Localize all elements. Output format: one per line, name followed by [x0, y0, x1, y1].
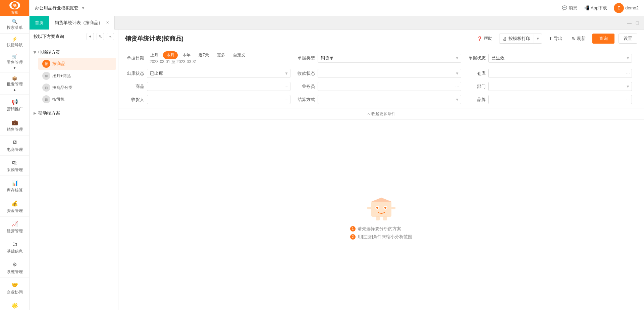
sidebar-item-operation[interactable]: 📈 经营管理	[0, 217, 29, 237]
settlement-label: 结算方式	[296, 97, 318, 103]
date-chip-last-month[interactable]: 上月	[147, 51, 162, 59]
collapse-bar[interactable]: ∧ 收起更多条件	[118, 108, 644, 120]
doc-type-input[interactable]	[318, 54, 461, 63]
search-menu-label: 搜索菜单	[7, 25, 23, 30]
export-btn[interactable]: ⬆ 导出	[546, 34, 565, 43]
out-status-dropdown-icon[interactable]: ▼	[284, 71, 288, 76]
filter-brand-cell: 品牌 ···	[467, 95, 637, 104]
sidebar: 畅 标账 🔍 搜索菜单 ⚡ 快捷导航 🛒 零售管理 ▼ 📦 批发管理 ▲ 📢 营…	[0, 0, 30, 310]
left-panel-header: 按以下方案查询 + ✎ «	[30, 30, 118, 43]
svg-text:畅: 畅	[13, 4, 16, 7]
payment-status-input-wrap: ▼	[318, 69, 461, 78]
salesperson-dots-icon[interactable]: ···	[455, 84, 459, 89]
template-print-btn[interactable]: 🖨 按模板打印	[499, 34, 534, 43]
date-chip-last-7-days[interactable]: 近7天	[195, 51, 212, 59]
payment-status-label: 收款状态	[296, 70, 318, 76]
print-icon: 🖨	[503, 36, 507, 41]
date-chip-this-year[interactable]: 本年	[179, 51, 194, 59]
sidebar-item-ecommerce[interactable]: 🖥 电商管理	[0, 136, 29, 156]
left-panel: 按以下方案查询 + ✎ « ▶ 电脑端方案 按	[30, 30, 118, 310]
empty-state-illustration	[365, 188, 398, 222]
tree-item-by-category[interactable]: ⊟ 按商品分类	[38, 82, 116, 93]
topbar-dropdown-btn[interactable]: ▼	[81, 6, 85, 10]
page-actions: ❓ 帮助 🖨 按模板打印 ▼ ⬆ 导出	[474, 34, 637, 44]
receiver-dots-icon[interactable]: ···	[284, 97, 288, 102]
tree-desktop-children: 按 按商品 ⊞ 按月+商品 ⊟ 按商品分类	[30, 58, 118, 105]
date-chip-more[interactable]: 更多	[214, 51, 228, 59]
tree-item-by-product[interactable]: 按 按商品	[38, 58, 116, 70]
settlement-dropdown-icon[interactable]: ▼	[455, 97, 459, 102]
sidebar-item-newbie[interactable]: 🌟 新手引导	[0, 298, 29, 310]
warehouse-label: 仓库	[467, 70, 488, 76]
doc-status-dropdown-icon[interactable]: ▼	[626, 56, 630, 60]
empty-hint-2: 2 用[过滤]条件来缩小分析范围	[350, 234, 412, 240]
search-menu[interactable]: 🔍 搜索菜单	[0, 16, 29, 34]
tree-desktop-header[interactable]: ▶ 电脑端方案	[30, 47, 118, 57]
salesperson-input-wrap: ···	[318, 82, 461, 91]
out-status-input[interactable]	[147, 69, 290, 78]
query-btn[interactable]: 查询	[592, 34, 614, 44]
sidebar-item-basic[interactable]: 🗂 基础信息	[0, 237, 29, 257]
sidebar-item-marketing[interactable]: 📢 营销推广	[0, 95, 29, 115]
collapse-panel-btn[interactable]: «	[107, 33, 114, 40]
sidebar-item-finance[interactable]: 💰 资金管理	[0, 196, 29, 217]
retail-expand-arrow: ▼	[13, 66, 16, 70]
user-action[interactable]: E demo2	[614, 3, 639, 13]
refresh-btn[interactable]: ↻ 刷新	[569, 34, 588, 43]
edit-scheme-btn[interactable]: ✎	[97, 33, 104, 40]
sidebar-item-sales[interactable]: 💼 销售管理	[0, 115, 29, 136]
sidebar-item-retail[interactable]: 🛒 零售管理 ▼	[0, 51, 29, 73]
message-action[interactable]: 💬 消息	[562, 5, 577, 11]
brand-dots-icon[interactable]: ···	[626, 97, 630, 102]
tree-mobile-header[interactable]: ▶ 移动端方案	[30, 108, 118, 118]
warehouse-dots-icon[interactable]: ···	[626, 71, 630, 76]
filter-payment-status-cell: 收款状态 ▼	[296, 69, 467, 78]
product-dots-icon[interactable]: ···	[284, 84, 288, 89]
tree-item-by-cashier[interactable]: ⊟ 按司机	[38, 94, 116, 105]
by-category-label: 按商品分类	[52, 85, 72, 91]
product-input-wrap: ···	[147, 82, 290, 91]
payment-status-dropdown-icon[interactable]: ▼	[455, 71, 459, 76]
add-scheme-btn[interactable]: +	[87, 33, 94, 40]
topbar: 办公用品行业模拟账套 ▼ 💬 消息 📲 App下载 E demo2	[30, 0, 644, 16]
by-month-label: 按月+商品	[52, 73, 71, 79]
app-download-action[interactable]: 📲 App下载	[584, 5, 607, 11]
quick-nav-label: 快捷导航	[7, 43, 23, 47]
product-input[interactable]	[147, 82, 290, 91]
payment-status-input[interactable]	[318, 69, 461, 78]
tree-item-by-month-product[interactable]: ⊞ 按月+商品	[38, 70, 116, 82]
template-print-dropdown[interactable]: ▼	[534, 35, 542, 42]
department-input[interactable]	[488, 82, 632, 91]
left-panel-icon-group: + ✎ «	[87, 33, 114, 40]
settings-btn[interactable]: 设置	[619, 34, 637, 44]
tab-close-btn[interactable]: ✕	[106, 20, 109, 25]
settlement-input[interactable]	[318, 95, 461, 104]
minimize-btn[interactable]: —	[627, 20, 632, 25]
filter-doc-type-cell: 单据类型 ▼	[296, 51, 467, 65]
help-btn[interactable]: ❓ 帮助	[474, 34, 495, 43]
sidebar-item-inventory[interactable]: 📊 库存核算	[0, 176, 29, 196]
doc-status-input[interactable]	[488, 54, 632, 63]
sidebar-item-enterprise[interactable]: 🤝 企业协同	[0, 278, 29, 298]
receiver-input[interactable]	[147, 95, 290, 104]
date-chip-this-month[interactable]: 本月	[163, 51, 178, 59]
out-status-input-wrap: ▼	[147, 69, 290, 78]
salesperson-input[interactable]	[318, 82, 461, 91]
sidebar-item-purchase[interactable]: 🛍 采购管理	[0, 156, 29, 176]
doc-type-dropdown-icon[interactable]: ▼	[455, 56, 459, 60]
svg-rect-7	[367, 207, 371, 209]
tab-home[interactable]: 首页	[30, 16, 49, 30]
brand-input[interactable]	[488, 95, 632, 104]
department-dropdown-icon[interactable]: ▼	[626, 84, 630, 89]
date-chip-custom[interactable]: 自定义	[230, 51, 249, 59]
filter-date-cell: 单据日期 上月 本月 本年 近7天 更多 自定义 2023-03-01 至 20…	[125, 51, 296, 65]
sidebar-item-wholesale[interactable]: 📦 批发管理 ▲	[0, 73, 29, 95]
sidebar-item-system[interactable]: ⚙ 系统管理	[0, 257, 29, 278]
quick-nav[interactable]: ⚡ 快捷导航	[0, 34, 29, 51]
topbar-right: 💬 消息 📲 App下载 E demo2	[562, 3, 639, 13]
date-range-text: 2023-03-01 至 2023-03-31	[150, 59, 290, 65]
maximize-btn[interactable]: □	[635, 20, 640, 25]
tab-sales-stat[interactable]: 销货单统计表（按商品） ✕	[49, 16, 115, 30]
warehouse-input[interactable]	[488, 69, 632, 78]
filter-doc-status-cell: 单据状态 ▼	[467, 51, 637, 65]
